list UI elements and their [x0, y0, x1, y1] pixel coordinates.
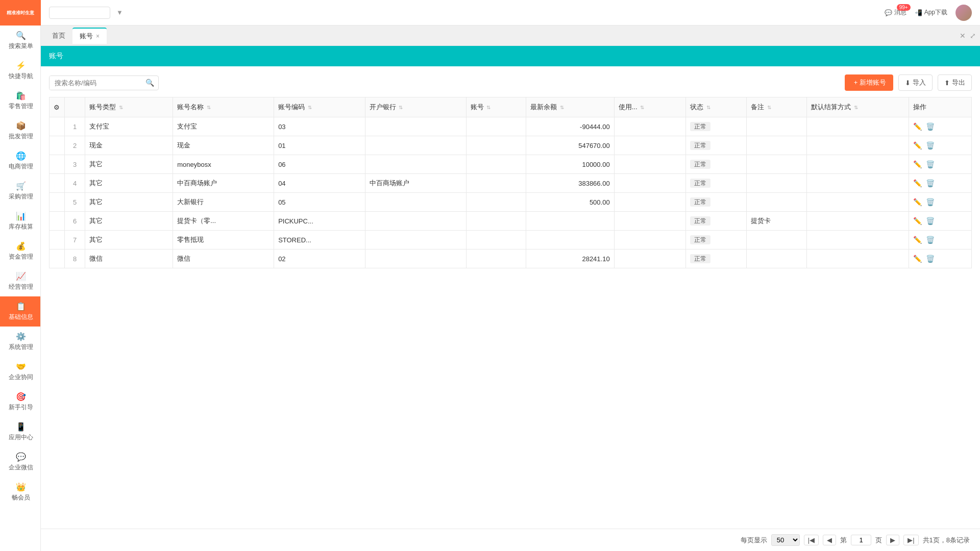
page-last-button[interactable]: ▶|	[903, 535, 918, 545]
import-button[interactable]: ⬇ 导入	[898, 74, 933, 91]
tab-account-close[interactable]: ×	[96, 33, 100, 40]
cell-action-3: ✏️ 🗑️	[909, 174, 971, 193]
sort-remark-icon: ⇅	[767, 105, 771, 110]
table-row: 8 微信 微信 02 28241.10 正常 ✏️ 🗑️	[50, 249, 972, 268]
inventory-calc-icon: 📊	[16, 211, 26, 221]
edit-icon-5[interactable]: ✏️	[913, 217, 922, 225]
sidebar-item-operations-mgmt[interactable]: 📈 经营管理	[0, 266, 40, 296]
add-account-button[interactable]: + 新增账号	[845, 74, 893, 91]
per-page-select[interactable]: 50 100	[771, 534, 800, 546]
edit-icon-0[interactable]: ✏️	[913, 122, 922, 131]
delete-icon-3[interactable]: 🗑️	[926, 179, 935, 187]
dropdown-icon[interactable]: ▼	[116, 9, 123, 16]
cell-account-1	[466, 136, 526, 155]
delete-icon-2[interactable]: 🗑️	[926, 160, 935, 168]
sidebar-item-wholesale-mgmt[interactable]: 📦 批发管理	[0, 116, 40, 146]
sidebar-item-purchase-mgmt[interactable]: 🛒 采购管理	[0, 176, 40, 206]
tab-bar: 首页 账号 × ✕ ⤢	[41, 26, 980, 46]
search-input[interactable]	[50, 76, 141, 90]
cell-bank-0	[365, 117, 466, 136]
message-icon: 💬	[885, 9, 892, 16]
cell-account-3	[466, 174, 526, 193]
tab-maximize[interactable]: ⤢	[970, 32, 976, 40]
cell-num-1: 2	[65, 136, 85, 155]
sidebar-item-app-center[interactable]: 📱 应用中心	[0, 417, 40, 447]
page-next-button[interactable]: ▶	[886, 535, 899, 545]
cell-type-3: 其它	[85, 174, 173, 193]
sidebar-item-capital-mgmt[interactable]: 💰 资金管理	[0, 236, 40, 266]
sidebar-nav: 🔍 搜索菜单 ⚡ 快捷导航 🛍️ 零售管理 📦 批发管理 🌐 电商管理 🛒 采购…	[0, 26, 40, 551]
vip-member-icon: 👑	[16, 482, 26, 492]
sidebar-item-retail-mgmt[interactable]: 🛍️ 零售管理	[0, 86, 40, 116]
th-name[interactable]: 账号名称 ⇅	[173, 97, 274, 117]
sidebar-item-system-mgmt[interactable]: ⚙️ 系统管理	[0, 327, 40, 357]
messages-button[interactable]: 💬 消息 99+	[885, 8, 906, 17]
page-first-button[interactable]: |◀	[804, 535, 819, 545]
cell-balance-1: 547670.00	[526, 136, 614, 155]
cell-usage-5	[614, 212, 686, 231]
cell-settings-0	[50, 117, 65, 136]
th-account[interactable]: 账号 ⇅	[466, 97, 526, 117]
edit-icon-2[interactable]: ✏️	[913, 160, 922, 168]
delete-icon-5[interactable]: 🗑️	[926, 217, 935, 225]
user-avatar[interactable]	[955, 5, 972, 21]
th-balance[interactable]: 最新余额 ⇅	[526, 97, 614, 117]
cell-balance-0: -90444.00	[526, 117, 614, 136]
sidebar-item-new-guide[interactable]: 🎯 新手引导	[0, 387, 40, 417]
messages-badge: 99+	[897, 4, 911, 11]
edit-icon-6[interactable]: ✏️	[913, 236, 922, 244]
top-search-input[interactable]	[49, 7, 110, 19]
tab-close-full[interactable]: ✕	[960, 32, 966, 40]
cell-type-4: 其它	[85, 193, 173, 212]
table-row: 7 其它 零售抵现 STORED... 正常 ✏️ 🗑️	[50, 231, 972, 249]
cell-settings-4	[50, 193, 65, 212]
edit-icon-7[interactable]: ✏️	[913, 255, 922, 263]
tab-account[interactable]: 账号 ×	[72, 28, 107, 44]
search-button[interactable]: 🔍	[141, 79, 158, 87]
th-status[interactable]: 状态 ⇅	[686, 97, 747, 117]
th-type[interactable]: 账号类型 ⇅	[85, 97, 173, 117]
edit-icon-4[interactable]: ✏️	[913, 198, 922, 206]
cell-status-6: 正常	[686, 231, 747, 249]
status-badge-6: 正常	[690, 235, 710, 244]
edit-icon-1[interactable]: ✏️	[913, 141, 922, 149]
edit-icon-3[interactable]: ✏️	[913, 179, 922, 187]
sidebar-item-inventory-calc[interactable]: 📊 库存核算	[0, 206, 40, 236]
delete-icon-7[interactable]: 🗑️	[926, 255, 935, 263]
settings-icon: ⚙	[54, 104, 60, 111]
export-button[interactable]: ⬆ 导出	[938, 74, 972, 91]
sort-usage-icon: ⇅	[640, 105, 644, 110]
delete-icon-6[interactable]: 🗑️	[926, 236, 935, 244]
cell-settings-3	[50, 174, 65, 193]
cell-settings-5	[50, 212, 65, 231]
th-default-settle[interactable]: 默认结算方式 ⇅	[806, 97, 909, 117]
sidebar-item-search-menu[interactable]: 🔍 搜索菜单	[0, 26, 40, 56]
table-row: 5 其它 大新银行 05 500.00 正常 ✏️ 🗑️	[50, 193, 972, 212]
th-settings[interactable]: ⚙	[50, 97, 65, 117]
sidebar-item-basic-info[interactable]: 📋 基础信息	[0, 296, 40, 327]
sidebar-item-ecommerce-mgmt[interactable]: 🌐 电商管理	[0, 146, 40, 176]
th-bank[interactable]: 开户银行 ⇅	[365, 97, 466, 117]
page-input[interactable]	[851, 535, 871, 545]
th-code[interactable]: 账号编码 ⇅	[274, 97, 365, 117]
cell-settle-1	[806, 136, 909, 155]
account-table: ⚙ 账号类型 ⇅ 账号名称 ⇅ 账号编码 ⇅	[49, 97, 972, 268]
delete-icon-0[interactable]: 🗑️	[926, 122, 935, 131]
app-download-button[interactable]: 📲 App下载	[915, 8, 947, 17]
cell-remark-1	[747, 136, 807, 155]
status-badge-5: 正常	[690, 216, 710, 226]
sidebar-item-enterprise-agreement[interactable]: 🤝 企业协同	[0, 357, 40, 387]
th-remark[interactable]: 备注 ⇅	[747, 97, 807, 117]
tab-home[interactable]: 首页	[45, 28, 72, 43]
sort-balance-icon: ⇅	[560, 105, 564, 110]
page-prev-button[interactable]: ◀	[823, 535, 836, 545]
sidebar-item-quick-nav[interactable]: ⚡ 快捷导航	[0, 56, 40, 86]
th-usage[interactable]: 使用... ⇅	[614, 97, 686, 117]
sidebar-item-enterprise-wechat[interactable]: 💬 企业微信	[0, 447, 40, 477]
sidebar-item-vip-member[interactable]: 👑 畅会员	[0, 477, 40, 507]
cell-code-0: 03	[274, 117, 365, 136]
delete-icon-1[interactable]: 🗑️	[926, 141, 935, 149]
ecommerce-mgmt-icon: 🌐	[16, 151, 26, 161]
delete-icon-4[interactable]: 🗑️	[926, 198, 935, 206]
cell-remark-7	[747, 249, 807, 268]
